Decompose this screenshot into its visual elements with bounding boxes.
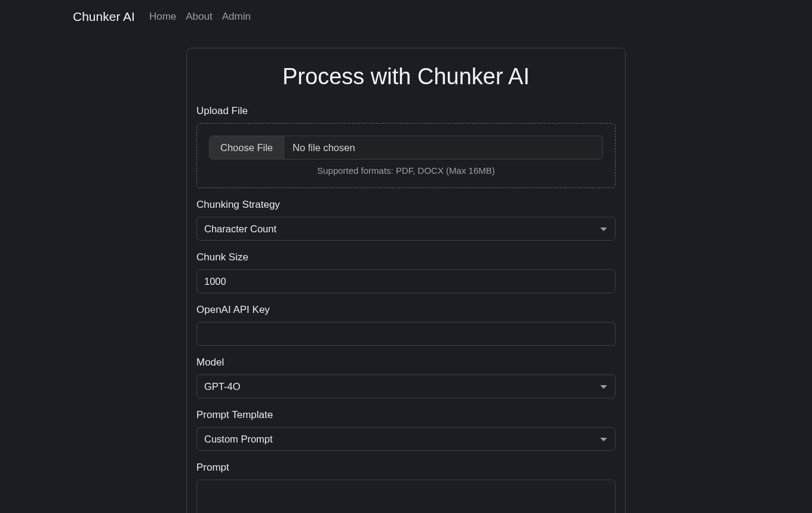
group-upload: Upload File Choose File No file chosen S… [196,105,616,188]
select-strategy-value: Character Count [204,223,276,235]
group-template: Prompt Template Custom Prompt [196,409,616,451]
label-prompt: Prompt [196,462,616,474]
textarea-prompt[interactable] [196,480,616,513]
select-strategy[interactable]: Character Count [196,217,616,241]
select-model-value: GPT-4O [204,381,241,392]
navbar-inner: Chunker AI Home About Admin [73,10,251,24]
label-api-key: OpenAI API Key [196,304,616,316]
group-api-key: OpenAI API Key [196,304,616,346]
label-strategy: Chunking Strategy [196,199,616,211]
group-strategy: Chunking Strategy Character Count [196,199,616,241]
nav-link-admin[interactable]: Admin [222,11,251,23]
select-model[interactable]: GPT-4O [196,374,616,398]
label-chunk-size: Chunk Size [196,251,616,263]
group-prompt: Prompt [196,462,616,513]
supported-formats-text: Supported formats: PDF, DOCX (Max 16MB) [209,165,603,176]
group-model: Model GPT-4O [196,357,616,398]
page-title: Process with Chunker AI [196,64,616,90]
nav-link-home[interactable]: Home [149,11,176,23]
nav-link-about[interactable]: About [186,11,212,23]
select-template[interactable]: Custom Prompt [196,427,616,451]
label-upload: Upload File [196,105,616,117]
file-status-text: No file chosen [284,142,355,153]
chevron-down-icon [599,435,608,443]
file-input-row: Choose File No file chosen [209,136,603,159]
chevron-down-icon [599,225,608,233]
brand[interactable]: Chunker AI [73,10,135,24]
group-chunk-size: Chunk Size [196,251,616,293]
label-model: Model [196,357,616,368]
chevron-down-icon [599,382,608,391]
select-template-value: Custom Prompt [204,434,273,445]
nav-items: Home About Admin [149,11,251,23]
choose-file-button[interactable]: Choose File [210,136,284,159]
input-api-key[interactable] [196,322,616,346]
main-card: Process with Chunker AI Upload File Choo… [186,48,626,513]
label-template: Prompt Template [196,409,616,421]
input-chunk-size[interactable] [196,269,616,293]
navbar: Chunker AI Home About Admin [0,0,812,33]
upload-dropzone[interactable]: Choose File No file chosen Supported for… [196,123,616,188]
